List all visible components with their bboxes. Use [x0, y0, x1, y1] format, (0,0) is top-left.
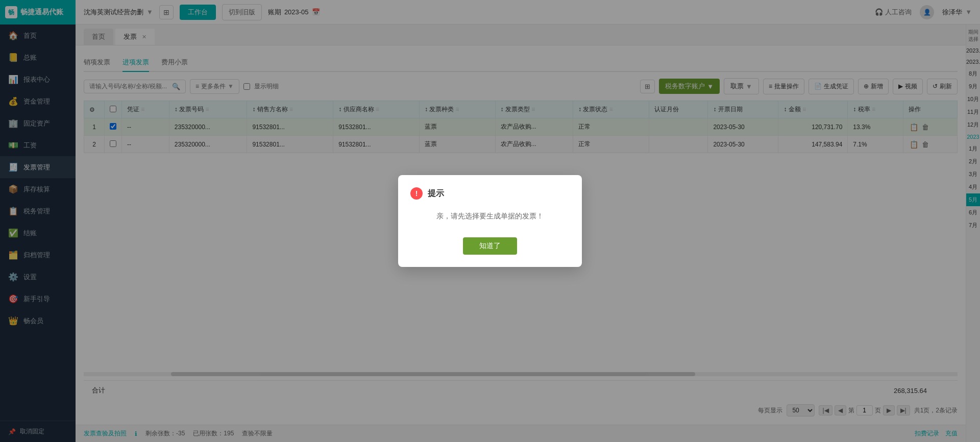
modal-message: 亲，请先选择要生成单据的发票！ [436, 212, 544, 220]
modal-dialog: ! 提示 亲，请先选择要生成单据的发票！ 知道了 [398, 175, 582, 267]
modal-footer: 知道了 [410, 237, 570, 255]
modal-header: ! 提示 [410, 187, 570, 200]
modal-title: 提示 [428, 188, 444, 199]
modal-overlay: ! 提示 亲，请先选择要生成单据的发票！ 知道了 [0, 0, 980, 442]
confirm-button[interactable]: 知道了 [463, 237, 517, 255]
modal-body: 亲，请先选择要生成单据的发票！ [410, 208, 570, 225]
modal-warning-icon: ! [410, 187, 423, 200]
